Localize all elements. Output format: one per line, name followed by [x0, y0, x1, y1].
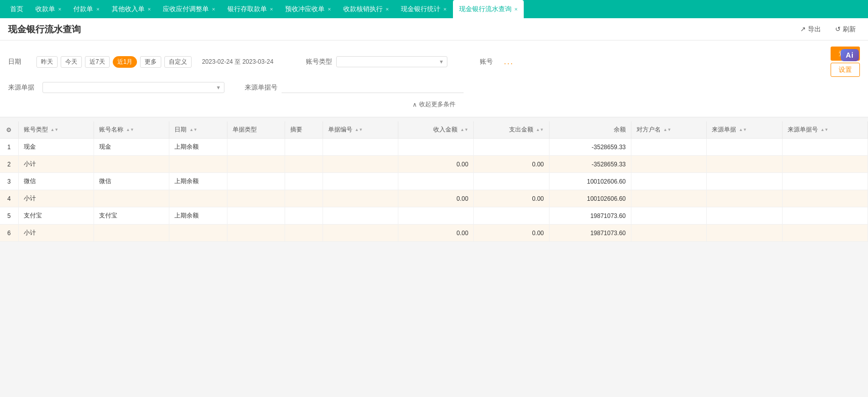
th-expense: 支出金额 ▲▼: [474, 121, 549, 139]
cell-doc-type: [227, 190, 285, 207]
settings-icon[interactable]: ⚙: [6, 126, 12, 134]
cell-summary: [285, 173, 323, 190]
cell-expense: [474, 139, 549, 156]
th-account-type: 账号类型 ▲▼: [18, 121, 94, 139]
nav-cash-bank-flow[interactable]: 现金银行流水查询 ×: [453, 0, 524, 18]
sort-icon[interactable]: ▲▼: [461, 127, 469, 132]
data-table: ⚙ 账号类型 ▲▼ 账号名称 ▲▼ 日期 ▲▼ 单据类型 摘: [0, 121, 868, 242]
table-header-row: ⚙ 账号类型 ▲▼ 账号名称 ▲▼ 日期 ▲▼ 单据类型 摘: [0, 121, 868, 139]
row-number: 5: [0, 207, 18, 225]
collapse-bar[interactable]: ∧ 收起更多条件: [8, 98, 860, 111]
date-7days[interactable]: 近7天: [85, 56, 110, 68]
cell-doc-no: [323, 225, 398, 242]
close-icon[interactable]: ×: [212, 6, 215, 12]
cell-expense: 0.00: [474, 225, 549, 242]
date-more[interactable]: 更多: [140, 56, 161, 68]
export-icon: ↗: [800, 25, 806, 33]
cell-expense: [474, 173, 549, 190]
account-type-select[interactable]: ▾: [336, 56, 447, 67]
cell-account-type: 支付宝: [18, 207, 94, 225]
sort-icon[interactable]: ▲▼: [820, 127, 829, 132]
nav-prepay-offset[interactable]: 预收冲应收单 ×: [279, 0, 337, 18]
th-doc-type: 单据类型: [227, 121, 285, 139]
sort-icon[interactable]: ▲▼: [739, 127, 747, 132]
th-source-doc-no: 来源单据号 ▲▼: [782, 121, 867, 139]
cell-account-type: 小计: [18, 190, 94, 207]
chevron-down-icon: ▾: [217, 84, 220, 91]
cell-source-doc-no: [782, 173, 867, 190]
close-icon[interactable]: ×: [270, 6, 273, 12]
cell-source-doc-no: [782, 190, 867, 207]
th-doc-no: 单据编号 ▲▼: [323, 121, 398, 139]
date-1month[interactable]: 近1月: [113, 56, 138, 68]
sort-icon[interactable]: ▲▼: [190, 127, 198, 132]
close-icon[interactable]: ×: [515, 6, 518, 12]
close-icon[interactable]: ×: [96, 6, 99, 12]
close-icon[interactable]: ×: [58, 6, 61, 12]
cell-income: [398, 139, 473, 156]
date-custom[interactable]: 自定义: [164, 56, 192, 68]
cell-account-name: 现金: [94, 139, 169, 156]
sort-icon[interactable]: ▲▼: [51, 127, 59, 132]
cell-expense: [474, 207, 549, 225]
setting-button[interactable]: 设置: [831, 63, 860, 77]
cell-income: 0.00: [398, 225, 473, 242]
source-doc-no-label: 来源单据号: [245, 83, 278, 92]
chevron-down-icon: ▾: [440, 58, 443, 65]
sort-icon[interactable]: ▲▼: [536, 127, 544, 132]
nav-payment[interactable]: 付款单 ×: [67, 0, 105, 18]
cell-date: 上期余额: [169, 139, 227, 156]
th-counterpart: 对方户名 ▲▼: [631, 121, 706, 139]
source-doc-no-input[interactable]: [282, 82, 464, 93]
top-navigation: 首页 收款单 × 付款单 × 其他收入单 × 应收应付调整单 × 银行存取款单 …: [0, 0, 868, 18]
table-row: 3微信微信上期余额100102606.60: [0, 173, 868, 190]
close-icon[interactable]: ×: [148, 6, 151, 12]
th-date: 日期 ▲▼: [169, 121, 227, 139]
th-gear: ⚙: [0, 121, 18, 139]
row-number: 3: [0, 173, 18, 190]
export-button[interactable]: ↗ 导出: [796, 23, 825, 36]
sort-icon[interactable]: ▲▼: [126, 127, 134, 132]
close-icon[interactable]: ×: [386, 6, 389, 12]
refresh-button[interactable]: ↺ 刷新: [831, 23, 860, 36]
date-yesterday[interactable]: 昨天: [36, 56, 58, 68]
cell-expense: 0.00: [474, 156, 549, 173]
date-today[interactable]: 今天: [61, 56, 82, 68]
cell-doc-no: [323, 156, 398, 173]
row-number: 2: [0, 156, 18, 173]
cell-balance: 100102606.60: [549, 190, 631, 207]
ai-badge[interactable]: Ai: [841, 49, 859, 61]
nav-cash-bank-stat[interactable]: 现金银行统计 ×: [395, 0, 452, 18]
table-row: 2小计0.000.00-3528659.33: [0, 156, 868, 173]
source-doc-label: 来源单据: [8, 83, 34, 92]
nav-home[interactable]: 首页: [4, 0, 29, 18]
row-number: 6: [0, 225, 18, 242]
nav-receipt[interactable]: 收款单 ×: [29, 0, 67, 18]
cell-income: 0.00: [398, 156, 473, 173]
nav-bank-deposit[interactable]: 银行存取款单 ×: [221, 0, 279, 18]
sort-icon[interactable]: ▲▼: [355, 127, 363, 132]
cell-counterpart: [631, 190, 706, 207]
cell-doc-no: [323, 190, 398, 207]
date-label: 日期: [8, 57, 28, 66]
row-number: 4: [0, 190, 18, 207]
cell-date: [169, 190, 227, 207]
cell-account-type: 现金: [18, 139, 94, 156]
nav-other-income[interactable]: 其他收入单 ×: [106, 0, 157, 18]
cell-account-name: [94, 156, 169, 173]
close-icon[interactable]: ×: [328, 6, 331, 12]
account-dots-button[interactable]: ...: [504, 57, 514, 66]
sort-icon[interactable]: ▲▼: [663, 127, 671, 132]
cell-source-doc: [707, 190, 782, 207]
source-doc-select[interactable]: ▾: [42, 82, 224, 93]
nav-collection-execute[interactable]: 收款核销执行 ×: [337, 0, 395, 18]
cell-balance: 19871073.60: [549, 225, 631, 242]
cell-account-name: [94, 225, 169, 242]
cell-balance: -3528659.33: [549, 156, 631, 173]
close-icon[interactable]: ×: [443, 6, 446, 12]
cell-source-doc-no: [782, 139, 867, 156]
cell-doc-type: [227, 139, 285, 156]
cell-counterpart: [631, 139, 706, 156]
cell-summary: [285, 139, 323, 156]
nav-ar-ap-adjust[interactable]: 应收应付调整单 ×: [157, 0, 221, 18]
